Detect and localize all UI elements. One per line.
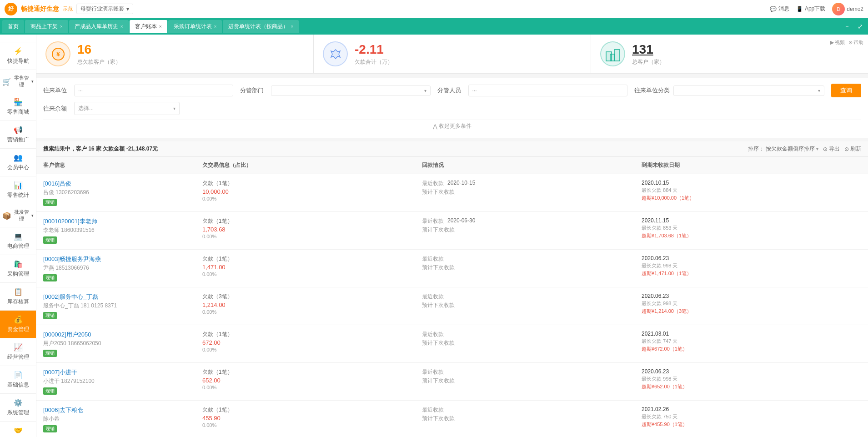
company-name: 母婴行业演示账套	[80, 5, 124, 13]
overdue-date-1: 2020.11.15	[642, 217, 861, 224]
debt-count-0: 欠款（1笔）	[202, 180, 422, 187]
table-header: 客户信息 欠交易信息（占比） 回款情况 到期未收款日期	[36, 157, 868, 174]
svg-rect-3	[614, 50, 620, 61]
overdue-info-4: 2021.03.01 最长欠款 747 天 超期¥672.00（1笔）	[642, 331, 861, 357]
ops-icon: 📈	[14, 343, 23, 352]
from-unit-input[interactable]: ···	[74, 85, 233, 96]
close-icon[interactable]: ×	[291, 24, 293, 29]
customer-name-0[interactable]: [0016]吕俊	[43, 180, 202, 188]
return-label-last: 最近收款	[422, 331, 444, 338]
enterprise-icon: 🤝	[14, 426, 23, 435]
stat-card-debt-customers: ¥ 16 总欠款客户（家）	[36, 35, 314, 73]
return-row-5-next: 预计下次收款	[422, 377, 642, 385]
tab-product-list[interactable]: 商品上下架 ×	[25, 20, 68, 33]
debt-percent-3: 0.00%	[202, 309, 422, 315]
customer-tag-2: 现销	[43, 274, 57, 281]
sidebar-item-retail-store[interactable]: 🏪 零售商城	[0, 93, 36, 121]
chevron-down-icon: ▾	[31, 213, 34, 218]
overdue-amount-2[interactable]: 超期¥1,471.00（1笔）	[642, 270, 861, 277]
sidebar-item-batch-mgmt[interactable]: 📦 批发管理 ▾	[0, 204, 36, 227]
tab-maximize-btn[interactable]: ⤢	[855, 21, 866, 32]
overdue-amount-6[interactable]: 超期¥455.90（1笔）	[642, 421, 861, 428]
sidebar-item-purchase[interactable]: 🛍️ 采购管理	[0, 255, 36, 283]
export-btn[interactable]: ⊙ 导出	[823, 145, 840, 153]
search-btn[interactable]: 查询	[831, 84, 861, 97]
app-icon: 📱	[796, 6, 803, 12]
company-selector[interactable]: 母婴行业演示账套 ▾	[76, 4, 133, 14]
refresh-icon: ⊙	[844, 146, 849, 152]
return-label-next: 预计下次收款	[422, 415, 455, 422]
close-icon[interactable]: ×	[159, 24, 162, 29]
overdue-amount-4[interactable]: 超期¥672.00（1笔）	[642, 346, 861, 352]
customer-name-4[interactable]: [000002]用户2050	[43, 331, 202, 339]
message-btn[interactable]: 💬 消息	[770, 5, 789, 13]
tab-product-history[interactable]: 产成品入库单历史 ×	[69, 20, 129, 33]
sidebar-item-ecommerce-label: 电商管理	[7, 242, 29, 250]
close-icon[interactable]: ×	[60, 24, 63, 29]
tab-purchase-order[interactable]: 采购订单统计表 ×	[168, 20, 222, 33]
customer-name-3[interactable]: [0002]服务中心_丁磊	[43, 293, 202, 301]
sidebar-item-ecommerce[interactable]: 💻 电商管理	[0, 227, 36, 255]
sidebar-item-retail-mgmt[interactable]: 🛒 零售管理 ▾	[0, 70, 36, 93]
sidebar-item-marketing[interactable]: 📢 营销推广	[0, 121, 36, 149]
sidebar-item-retail-mgmt-label: 零售管理	[13, 75, 30, 88]
return-label-next: 预计下次收款	[422, 264, 455, 271]
app-label: App下载	[805, 5, 825, 13]
help-btn[interactable]: ⊙ 帮助	[848, 39, 863, 46]
return-info-0: 最近收款 2020-10-15 预计下次收款	[422, 180, 642, 206]
sidebar-item-member[interactable]: 👥 会员中心	[0, 149, 36, 176]
table-row: [0007]小进干 小进干 18279152100 现销 欠款（1笔） 652.…	[36, 363, 868, 401]
sidebar-item-enterprise[interactable]: 🤝 企业协同	[0, 422, 36, 437]
message-label: 消息	[778, 5, 789, 13]
overdue-amount-5[interactable]: 超期¥652.00（1笔）	[642, 383, 861, 390]
content-area: ¥ 16 总欠款客户（家） -2.11 欠款合计（万）	[36, 35, 868, 437]
sidebar-item-finance[interactable]: 💰 资金管理	[0, 311, 36, 338]
video-btn[interactable]: ▶ 视频	[830, 39, 845, 46]
person-input[interactable]: ···	[468, 85, 627, 96]
customer-name-5[interactable]: [0007]小进干	[43, 368, 202, 377]
user-area[interactable]: D demo2	[832, 3, 863, 15]
customer-tag-6: 现销	[43, 425, 57, 432]
sidebar-item-retail-stats[interactable]: 📊 零售统计	[0, 176, 36, 204]
table-row: [0016]吕俊 吕俊 13026203696 现销 欠款（1笔） 10,000…	[36, 174, 868, 212]
return-info-6: 最近收款 预计下次收款	[422, 406, 642, 432]
tab-customer-account[interactable]: 客户账本 ×	[130, 20, 167, 33]
results-debt-amount: -21,148.07元	[126, 146, 158, 152]
tab-home-label: 首页	[8, 23, 19, 30]
filter-collapse-btn[interactable]: ⋀ 收起更多条件	[43, 120, 861, 132]
customer-name-2[interactable]: [0003]畅捷服务尹海燕	[43, 255, 202, 263]
close-icon[interactable]: ×	[214, 24, 217, 29]
app-download-btn[interactable]: 📱 App下载	[796, 5, 825, 13]
sidebar-item-inventory[interactable]: 📋 库存核算	[0, 283, 36, 311]
sidebar-item-system[interactable]: ⚙️ 系统管理	[0, 394, 36, 422]
col-debt-info: 欠交易信息（占比）	[202, 161, 422, 169]
return-row-6-next: 预计下次收款	[422, 415, 642, 422]
customer-name-1[interactable]: [0001020001]李老师	[43, 217, 202, 226]
tab-home[interactable]: 首页	[2, 20, 24, 33]
sidebar-item-inventory-label: 库存核算	[7, 298, 29, 306]
col-customer-info: 客户信息	[43, 161, 202, 169]
tab-purchase-stats[interactable]: 进货单统计表（按商品） ×	[223, 20, 299, 33]
tab-minimize-btn[interactable]: －	[842, 21, 853, 32]
ecommerce-icon: 💻	[14, 232, 23, 241]
overdue-amount-3[interactable]: 超期¥1,214.00（3笔）	[642, 308, 861, 315]
refresh-btn[interactable]: ⊙ 刷新	[844, 145, 861, 153]
customer-name-6[interactable]: [0006]去下粮仓	[43, 406, 202, 414]
unit-type-select[interactable]: ▾	[673, 85, 824, 96]
dept-select[interactable]: ▾	[271, 85, 430, 96]
sidebar-item-ops[interactable]: 📈 经营管理	[0, 338, 36, 366]
balance-select[interactable]: 选择... ▾	[74, 102, 180, 115]
sort-selector[interactable]: 排序： 按欠款金额倒序排序 ▾	[748, 145, 818, 153]
chevron-down-icon: ▾	[126, 6, 129, 12]
close-icon[interactable]: ×	[120, 24, 123, 29]
sidebar-item-ops-label: 经营管理	[7, 353, 29, 361]
tab-purchase-stats-label: 进货单统计表（按商品）	[228, 23, 288, 30]
debt-count-4: 欠款（1笔）	[202, 331, 422, 338]
overdue-amount-0[interactable]: 超期¥10,000.00（1笔）	[642, 195, 861, 201]
overdue-amount-1[interactable]: 超期¥1,703.68（1笔）	[642, 232, 861, 239]
chevron-down-icon: ▾	[31, 79, 34, 84]
return-label-last: 最近收款	[422, 406, 444, 414]
sidebar-item-fast-nav[interactable]: ⚡ 快捷导航	[0, 42, 36, 70]
sidebar-item-basic-info[interactable]: 📄 基础信息	[0, 366, 36, 394]
overdue-info-1: 2020.11.15 最长欠款 853 天 超期¥1,703.68（1笔）	[642, 217, 861, 244]
